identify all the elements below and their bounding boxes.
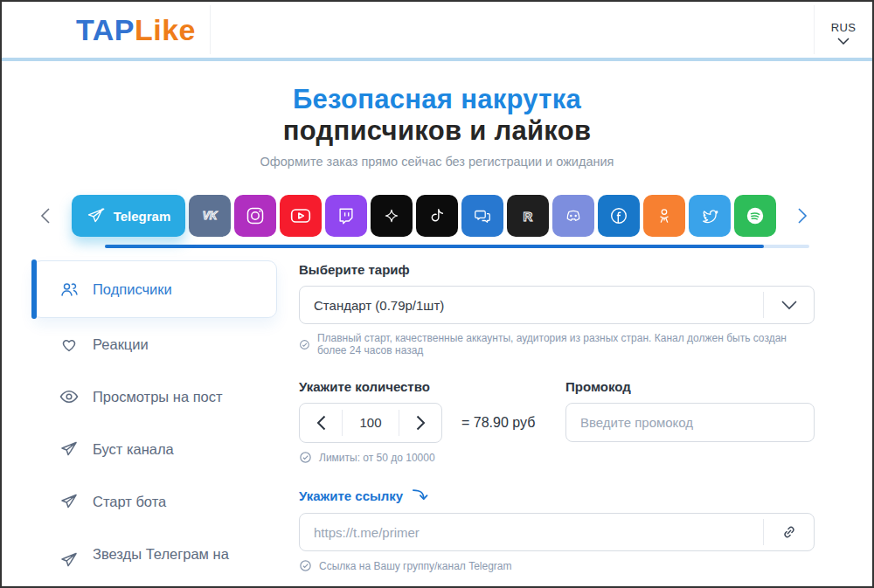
order-form: Выберите тариф Стандарт (0.79р/1шт) Плав… bbox=[299, 260, 815, 580]
sidebar-item-label: Реакции bbox=[93, 336, 149, 353]
network-tile-facebook[interactable] bbox=[598, 195, 640, 237]
sidebar-item-label: Звезды Телеграм на bbox=[93, 546, 229, 563]
sparkle-icon bbox=[383, 207, 400, 225]
network-tile-twitter[interactable] bbox=[689, 195, 731, 237]
chevron-down-icon bbox=[837, 38, 850, 45]
chevron-left-icon bbox=[40, 208, 51, 224]
telegram-icon bbox=[87, 206, 106, 225]
network-tile-tiktok[interactable] bbox=[416, 195, 458, 237]
facebook-icon bbox=[608, 205, 629, 226]
language-selector[interactable]: RUS bbox=[815, 16, 872, 45]
quantity-increase-button[interactable] bbox=[399, 404, 441, 442]
curved-arrow-down-icon bbox=[412, 487, 431, 504]
link-label[interactable]: Укажите ссылку bbox=[299, 487, 815, 504]
header-divider bbox=[210, 5, 211, 54]
chevron-down-icon bbox=[780, 300, 798, 310]
discord-icon bbox=[563, 205, 584, 226]
odnoklassniki-icon bbox=[655, 206, 674, 225]
quantity-promo-row: Укажите количество 100 = 78.90 руб bbox=[299, 379, 815, 464]
chat-bubbles-icon bbox=[473, 206, 492, 225]
chevron-left-icon bbox=[316, 415, 326, 431]
app-window: TAPLike RUS Безопасная накрутка подписчи… bbox=[0, 0, 874, 588]
eye-icon bbox=[59, 386, 80, 407]
logo-tap: TAP bbox=[76, 13, 135, 46]
promo-input-box bbox=[565, 403, 815, 442]
quantity-value[interactable]: 100 bbox=[342, 410, 399, 436]
page-title-line2: подписчиков и лайков bbox=[2, 115, 872, 147]
twitter-icon bbox=[699, 205, 720, 226]
calculated-price: = 78.90 руб bbox=[461, 415, 535, 431]
promo-section: Промокод bbox=[565, 379, 815, 464]
quantity-stepper: 100 bbox=[299, 403, 442, 443]
network-tile-twitch[interactable] bbox=[325, 195, 367, 237]
sidebar-item-bot-start[interactable]: Старт бота bbox=[32, 475, 277, 528]
sidebar-item-label: Подписчики bbox=[93, 281, 172, 298]
network-tile-vk[interactable]: VK bbox=[189, 195, 231, 237]
network-tile-odnoklassniki[interactable] bbox=[643, 195, 685, 237]
promo-label: Промокод bbox=[565, 379, 815, 394]
sidebar-item-reactions[interactable]: Реакции bbox=[32, 318, 277, 370]
network-tile-telegram[interactable]: Telegram bbox=[72, 195, 185, 237]
tariff-note: Плавный старт, качественные аккаунты, ау… bbox=[299, 332, 815, 356]
network-tile-instagram[interactable] bbox=[234, 195, 276, 237]
people-icon bbox=[59, 279, 80, 300]
tiktok-icon bbox=[427, 206, 447, 225]
link-input[interactable] bbox=[300, 514, 763, 550]
page-subtitle: Оформите заказ прямо сейчас без регистра… bbox=[2, 155, 872, 169]
active-accent-bar bbox=[31, 259, 37, 319]
carousel-next-button[interactable] bbox=[792, 195, 813, 237]
network-tile-chat[interactable] bbox=[461, 195, 503, 237]
logo-like: Like bbox=[135, 13, 196, 46]
network-carousel: Telegram VK bbox=[2, 195, 872, 248]
paper-plane-icon bbox=[59, 439, 80, 460]
paper-plane-icon bbox=[59, 491, 80, 512]
network-tile-spotify[interactable] bbox=[734, 195, 776, 237]
sidebar-item-label: Буст канала bbox=[93, 441, 174, 458]
promo-input[interactable] bbox=[566, 404, 814, 441]
network-track: Telegram VK bbox=[72, 195, 776, 237]
link-icon bbox=[780, 523, 798, 541]
network-tile-rutube[interactable]: R bbox=[507, 195, 549, 237]
check-circle-icon bbox=[299, 451, 312, 464]
tariff-selected-value: Стандарт (0.79р/1шт) bbox=[300, 298, 763, 313]
sidebar-item-telegram-stars[interactable]: Звезды Телеграм на bbox=[32, 528, 277, 580]
svg-text:R: R bbox=[524, 209, 533, 224]
check-circle-icon bbox=[299, 338, 310, 351]
sidebar-item-post-views[interactable]: Просмотры на пост bbox=[32, 370, 277, 423]
hero: Безопасная накрутка подписчиков и лайков… bbox=[2, 61, 872, 169]
paper-plane-icon bbox=[59, 550, 80, 571]
sidebar-item-label: Просмотры на пост bbox=[93, 389, 223, 405]
sidebar-item-label: Старт бота bbox=[93, 494, 166, 510]
sidebar-item-subscribers[interactable]: Подписчики bbox=[32, 260, 277, 318]
twitch-icon bbox=[336, 206, 356, 225]
tariff-label: Выберите тариф bbox=[299, 262, 815, 277]
language-label: RUS bbox=[831, 21, 856, 34]
quantity-limits-note: Лимиты: от 50 до 10000 bbox=[299, 451, 565, 464]
rutube-icon: R bbox=[517, 205, 538, 226]
network-tile-discord[interactable] bbox=[552, 195, 594, 237]
network-tile-youtube[interactable] bbox=[280, 195, 322, 237]
network-tile-sparkle[interactable] bbox=[371, 195, 413, 237]
check-circle-icon bbox=[299, 559, 312, 572]
page-title-line1: Безопасная накрутка bbox=[2, 84, 872, 115]
spotify-icon bbox=[744, 204, 766, 227]
chevron-right-icon bbox=[797, 208, 808, 224]
link-input-box bbox=[299, 513, 815, 551]
main-content: Подписчики Реакции Просмотры на пост Бус… bbox=[2, 248, 872, 580]
instagram-icon bbox=[245, 205, 266, 226]
link-note: Ссылка на Вашу группу/канал Telegram bbox=[299, 559, 815, 572]
quantity-label: Укажите количество bbox=[299, 379, 565, 394]
network-label: Telegram bbox=[114, 209, 171, 224]
heart-icon bbox=[59, 334, 80, 355]
chevron-right-icon bbox=[416, 415, 426, 431]
carousel-prev-button[interactable] bbox=[35, 195, 56, 237]
link-section: Укажите ссылку Ссылка на Вашу группу/кан… bbox=[299, 487, 815, 572]
logo[interactable]: TAPLike bbox=[76, 13, 196, 47]
tariff-select[interactable]: Стандарт (0.79р/1шт) bbox=[299, 286, 815, 324]
sidebar: Подписчики Реакции Просмотры на пост Бус… bbox=[32, 260, 277, 580]
quantity-decrease-button[interactable] bbox=[300, 404, 342, 442]
svg-text:VK: VK bbox=[203, 210, 218, 222]
header: TAPLike RUS bbox=[2, 2, 872, 61]
quantity-section: Укажите количество 100 = 78.90 руб bbox=[299, 379, 565, 464]
sidebar-item-channel-boost[interactable]: Буст канала bbox=[32, 423, 277, 475]
